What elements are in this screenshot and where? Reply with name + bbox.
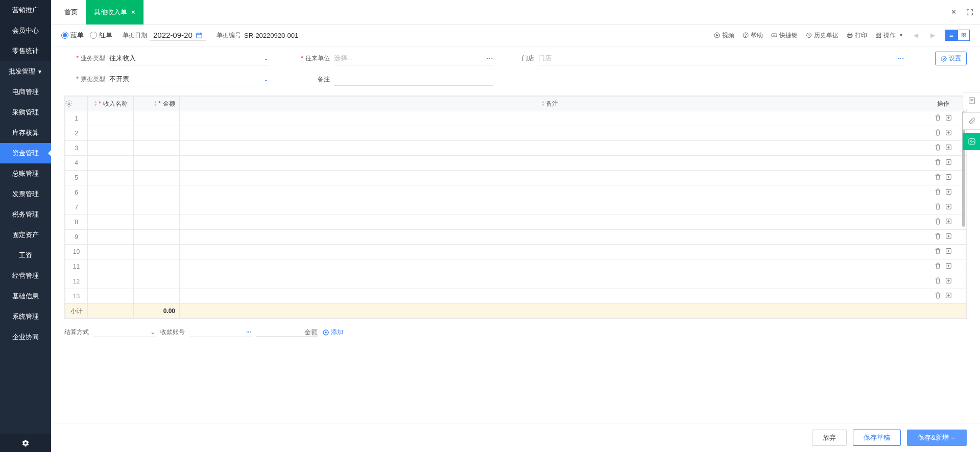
float-image-button[interactable] xyxy=(963,133,980,150)
delete-row-icon[interactable] xyxy=(935,144,941,151)
sidebar-item-enterprise[interactable]: 企业协同 xyxy=(0,327,51,347)
add-row-icon[interactable] xyxy=(945,174,952,180)
store-select[interactable]: 门店 ··· xyxy=(538,52,904,65)
table-row[interactable]: 7 xyxy=(65,200,966,215)
settle-method-select[interactable]: ⌄ xyxy=(94,327,155,337)
delete-row-icon[interactable] xyxy=(935,188,941,195)
cell-amount[interactable] xyxy=(134,200,180,215)
delete-row-icon[interactable] xyxy=(935,203,941,210)
col-amount[interactable]: ▲▼*金额 xyxy=(134,97,180,111)
add-row-icon[interactable] xyxy=(945,263,952,269)
cell-income-name[interactable] xyxy=(88,215,134,230)
doc-date-input[interactable]: 2022-09-20 xyxy=(150,30,206,41)
table-row[interactable]: 13 xyxy=(65,289,966,304)
cell-amount[interactable] xyxy=(134,111,180,126)
close-icon[interactable]: × xyxy=(131,0,135,25)
table-row[interactable]: 10 xyxy=(65,245,966,259)
invoice-type-select[interactable]: 不开票 ⌄ xyxy=(109,73,269,86)
history-link[interactable]: 历史单据 xyxy=(806,31,839,40)
sidebar-item-ecommerce[interactable]: 电商管理 xyxy=(0,82,51,102)
sidebar-item-fixed-assets[interactable]: 固定资产 xyxy=(0,225,51,245)
view-list-button[interactable] xyxy=(945,30,958,41)
sidebar-item-salary[interactable]: 工资 xyxy=(0,245,51,266)
delete-row-icon[interactable] xyxy=(935,218,941,225)
col-remark[interactable]: ▲▼备注 xyxy=(180,97,920,111)
add-row-icon[interactable] xyxy=(945,114,952,121)
cell-income-name[interactable] xyxy=(88,171,134,185)
settings-button[interactable]: 设置 xyxy=(935,52,967,65)
cell-remark[interactable] xyxy=(180,141,920,156)
video-link[interactable]: 视频 xyxy=(714,31,734,40)
radio-red[interactable]: 红单 xyxy=(90,31,112,40)
cell-income-name[interactable] xyxy=(88,259,134,274)
col-income-name[interactable]: ▲▼*收入名称 xyxy=(88,97,134,111)
add-row-icon[interactable] xyxy=(945,277,952,284)
sidebar-item-wholesale[interactable]: 批发管理▼ xyxy=(0,61,51,82)
cell-remark[interactable] xyxy=(180,156,920,171)
save-draft-button[interactable]: 保存草稿 xyxy=(853,430,901,446)
add-row-icon[interactable] xyxy=(945,248,952,254)
tab-home[interactable]: 首页 xyxy=(56,0,86,25)
delete-row-icon[interactable] xyxy=(935,174,941,180)
cell-remark[interactable] xyxy=(180,171,920,185)
delete-row-icon[interactable] xyxy=(935,233,941,240)
cell-remark[interactable] xyxy=(180,274,920,289)
table-row[interactable]: 1 xyxy=(65,111,966,126)
table-row[interactable]: 6 xyxy=(65,185,966,200)
float-attach-button[interactable] xyxy=(963,112,980,130)
cell-income-name[interactable] xyxy=(88,200,134,215)
cell-remark[interactable] xyxy=(180,215,920,230)
cell-amount[interactable] xyxy=(134,259,180,274)
table-row[interactable]: 12 xyxy=(65,274,966,289)
cell-income-name[interactable] xyxy=(88,230,134,245)
delete-row-icon[interactable] xyxy=(935,114,941,121)
cell-remark[interactable] xyxy=(180,259,920,274)
discard-button[interactable]: 放弃 xyxy=(812,430,847,446)
help-link[interactable]: 帮助 xyxy=(743,31,763,40)
save-new-button[interactable]: 保存&新增 ︿ xyxy=(907,430,967,446)
cell-remark[interactable] xyxy=(180,245,920,259)
radio-blue[interactable]: 蓝单 xyxy=(61,31,84,40)
sidebar-item-retail-stats[interactable]: 零售统计 xyxy=(0,41,51,61)
cell-income-name[interactable] xyxy=(88,185,134,200)
sidebar-item-funds[interactable]: 资金管理 xyxy=(0,143,51,163)
settle-amount-input[interactable] xyxy=(256,328,318,337)
table-row[interactable]: 5 xyxy=(65,171,966,185)
biz-type-select[interactable]: 往来收入 ⌄ xyxy=(109,52,269,65)
action-link[interactable]: 操作 ▼ xyxy=(875,31,903,40)
cell-amount[interactable] xyxy=(134,156,180,171)
cell-amount[interactable] xyxy=(134,215,180,230)
remark-input[interactable] xyxy=(334,74,493,86)
unit-select[interactable]: 选择... ··· xyxy=(334,52,493,65)
cell-remark[interactable] xyxy=(180,185,920,200)
sidebar-item-operations[interactable]: 经营管理 xyxy=(0,266,51,286)
cell-amount[interactable] xyxy=(134,141,180,156)
add-row-icon[interactable] xyxy=(945,218,952,225)
add-settle-link[interactable]: 添加 xyxy=(323,328,343,337)
cell-amount[interactable] xyxy=(134,245,180,259)
fullscreen-icon[interactable] xyxy=(965,7,975,17)
sidebar-item-purchase[interactable]: 采购管理 xyxy=(0,102,51,123)
cell-remark[interactable] xyxy=(180,289,920,304)
sidebar-item-member[interactable]: 会员中心 xyxy=(0,20,51,41)
next-doc-arrow[interactable]: ▶ xyxy=(928,32,937,39)
table-row[interactable]: 11 xyxy=(65,259,966,274)
sidebar-item-marketing[interactable]: 营销推广 xyxy=(0,0,51,20)
sidebar-item-basic-info[interactable]: 基础信息 xyxy=(0,286,51,306)
cell-income-name[interactable] xyxy=(88,245,134,259)
print-link[interactable]: 打印 xyxy=(847,31,867,40)
cell-remark[interactable] xyxy=(180,230,920,245)
table-row[interactable]: 8 xyxy=(65,215,966,230)
table-row[interactable]: 4 xyxy=(65,156,966,171)
cell-amount[interactable] xyxy=(134,126,180,141)
add-row-icon[interactable] xyxy=(945,292,952,299)
add-row-icon[interactable] xyxy=(945,203,952,210)
sidebar-item-system[interactable]: 系统管理 xyxy=(0,306,51,327)
sidebar-item-inventory[interactable]: 库存核算 xyxy=(0,123,51,143)
add-row-icon[interactable] xyxy=(945,188,952,195)
shortcut-link[interactable]: 快捷键 xyxy=(771,31,798,40)
table-row[interactable]: 3 xyxy=(65,141,966,156)
cell-income-name[interactable] xyxy=(88,111,134,126)
add-row-icon[interactable] xyxy=(945,159,952,165)
add-row-icon[interactable] xyxy=(945,233,952,240)
